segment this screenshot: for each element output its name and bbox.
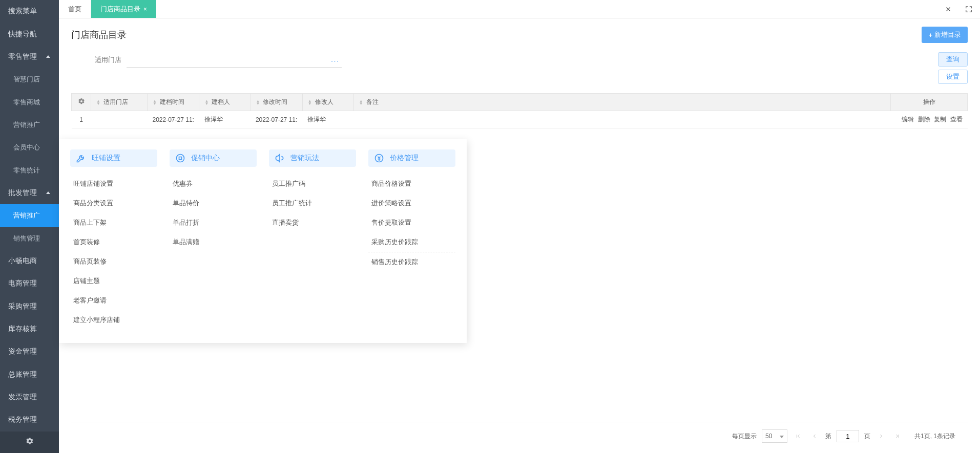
chevron-up-icon — [46, 54, 51, 59]
th-modified-by[interactable]: ▲▼修改人 — [302, 94, 353, 111]
filter-store-label: 适用门店 — [95, 55, 121, 64]
sidebar-settings-toggle[interactable] — [0, 432, 59, 453]
settings-button[interactable]: 设置 — [938, 70, 968, 84]
flyout-item[interactable]: 员工推广统计 — [269, 193, 356, 213]
flyout-item[interactable]: 员工推广码 — [269, 174, 356, 193]
sidebar-item-label: 库存核算 — [8, 325, 37, 334]
flyout-item[interactable]: 老客户邀请 — [70, 291, 157, 310]
th-label: 适用门店 — [103, 98, 128, 105]
th-actions: 操作 — [891, 94, 968, 111]
sidebar-xiaochang-ecommerce[interactable]: 小畅电商 — [0, 250, 59, 272]
flyout-header-shop-settings: 旺铺设置 — [70, 149, 157, 167]
sidebar-wholesale-mgmt[interactable]: 批发管理 — [0, 182, 59, 204]
th-label: 修改时间 — [263, 98, 287, 105]
sidebar-tax-mgmt[interactable]: 税务管理 — [0, 408, 59, 431]
sidebar-sales-mgmt[interactable]: 销售管理 — [0, 227, 59, 249]
flyout-item[interactable]: 旺铺店铺设置 — [70, 174, 157, 193]
flyout-item[interactable]: 首页装修 — [70, 232, 157, 252]
th-created-by[interactable]: ▲▼建档人 — [199, 94, 251, 111]
flyout-item[interactable]: 店铺主题 — [70, 271, 157, 291]
flyout-item[interactable]: 进价策略设置 — [368, 193, 455, 213]
sort-icon: ▲▼ — [308, 100, 312, 105]
sidebar-general-ledger[interactable]: 总账管理 — [0, 363, 59, 386]
sidebar-item-label: 营销推广 — [13, 211, 40, 220]
flyout-item[interactable]: 单品特价 — [170, 193, 257, 213]
flyout-item[interactable]: 单品打折 — [170, 213, 257, 232]
filter-more-button[interactable]: ... — [329, 56, 342, 63]
sidebar-marketing-promo-1[interactable]: 营销推广 — [0, 114, 59, 136]
close-icon[interactable]: × — [143, 6, 147, 13]
tab-close-all-button[interactable] — [941, 2, 955, 16]
sidebar-retail-stats[interactable]: 零售统计 — [0, 159, 59, 181]
query-button[interactable]: 查询 — [938, 52, 968, 67]
fullscreen-button[interactable] — [962, 2, 976, 16]
page-input[interactable] — [837, 430, 859, 442]
query-label: 查询 — [946, 55, 960, 64]
th-modified-at[interactable]: ▲▼修改时间 — [251, 94, 302, 111]
sidebar-marketing-promo-2[interactable]: 营销推广 — [0, 204, 59, 227]
th-created-at[interactable]: ▲▼建档时间 — [148, 94, 199, 111]
svg-point-0 — [177, 155, 184, 162]
sidebar-item-label: 小畅电商 — [8, 256, 37, 266]
sidebar-smart-store[interactable]: 智慧门店 — [0, 68, 59, 91]
flyout-item[interactable]: 商品分类设置 — [70, 193, 157, 213]
sidebar-ecommerce-mgmt[interactable]: 电商管理 — [0, 272, 59, 295]
sidebar-item-label: 发票管理 — [8, 393, 37, 402]
flyout-item[interactable]: 商品上下架 — [70, 213, 157, 232]
flyout-item[interactable]: 直播卖货 — [269, 213, 356, 232]
flyout-header-promo-center: 促销中心 — [170, 149, 257, 167]
tab-label: 首页 — [68, 5, 81, 14]
page-header: 门店商品目录 + 新增目录 — [59, 18, 980, 48]
add-catalog-button[interactable]: + 新增目录 — [922, 27, 968, 43]
page-size-label: 每页显示 — [732, 432, 757, 441]
cell-remark — [353, 111, 890, 128]
page-prev-button[interactable] — [809, 430, 820, 442]
th-store[interactable]: ▲▼适用门店 — [91, 94, 148, 111]
sidebar-inventory-accounting[interactable]: 库存核算 — [0, 318, 59, 340]
action-view[interactable]: 查看 — [950, 116, 963, 123]
sidebar-retail-mall[interactable]: 零售商城 — [0, 91, 59, 113]
action-copy[interactable]: 复制 — [934, 116, 946, 123]
table-row[interactable]: 1 2022-07-27 11: 徐泽华 2022-07-27 11: 徐泽华 … — [72, 111, 968, 128]
action-delete[interactable]: 删除 — [918, 116, 930, 123]
gear-column-header[interactable] — [72, 94, 91, 111]
flyout-item[interactable]: 商品价格设置 — [368, 174, 455, 193]
settings-label: 设置 — [946, 72, 960, 81]
flyout-item[interactable]: 优惠券 — [170, 174, 257, 193]
tab-store-product-catalog[interactable]: 门店商品目录 × — [91, 0, 156, 18]
sidebar-item-label: 税务管理 — [8, 415, 37, 424]
sidebar-retail-mgmt[interactable]: 零售管理 — [0, 46, 59, 68]
sidebar-search-menu[interactable]: 搜索菜单 — [0, 0, 59, 23]
page-next-button[interactable] — [875, 430, 887, 442]
promo-icon — [175, 153, 186, 164]
tab-home[interactable]: 首页 — [59, 0, 91, 18]
th-remark[interactable]: ▲▼备注 — [353, 94, 890, 111]
flyout-item[interactable]: 采购历史价跟踪 — [368, 232, 455, 252]
flyout-item[interactable]: 销售历史价跟踪 — [368, 252, 455, 272]
sort-icon: ▲▼ — [204, 100, 208, 105]
page-suffix: 页 — [864, 432, 870, 441]
sidebar-quick-nav[interactable]: 快捷导航 — [0, 23, 59, 45]
page-size-select[interactable]: 50 — [762, 429, 787, 443]
chevron-up-icon — [46, 190, 51, 196]
tabs-actions — [941, 0, 980, 18]
page-first-button[interactable] — [793, 430, 804, 442]
flyout-item[interactable]: 商品页装修 — [70, 252, 157, 271]
cell-created-by: 徐泽华 — [199, 111, 251, 128]
flyout-item[interactable]: 售价提取设置 — [368, 213, 455, 232]
action-edit[interactable]: 编辑 — [902, 116, 914, 123]
th-label: 操作 — [923, 98, 935, 105]
sidebar-item-label: 批发管理 — [8, 188, 37, 198]
plus-icon: + — [928, 31, 932, 39]
sidebar-item-label: 零售商城 — [13, 98, 40, 107]
flyout-item[interactable]: 单品满赠 — [170, 232, 257, 252]
sidebar-purchase-mgmt[interactable]: 采购管理 — [0, 295, 59, 317]
flyout-item[interactable]: 建立小程序店铺 — [70, 310, 157, 330]
sidebar-fund-mgmt[interactable]: 资金管理 — [0, 340, 59, 363]
sidebar-member-center[interactable]: 会员中心 — [0, 136, 59, 159]
flyout-title: 营销玩法 — [290, 154, 319, 163]
filter-store-input[interactable] — [127, 53, 329, 67]
sidebar-item-label: 搜索菜单 — [8, 7, 37, 16]
page-last-button[interactable] — [892, 430, 903, 442]
sidebar-invoice-mgmt[interactable]: 发票管理 — [0, 386, 59, 408]
